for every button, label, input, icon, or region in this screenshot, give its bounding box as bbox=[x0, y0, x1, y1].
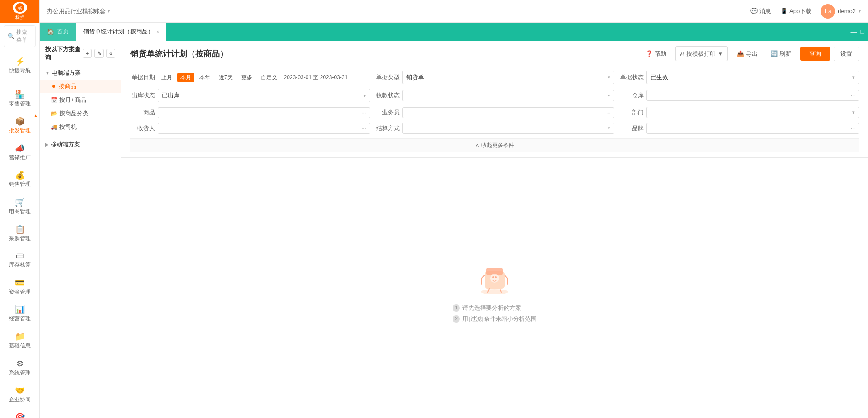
warehouse-input[interactable]: ··· bbox=[646, 90, 859, 101]
receiver-more-icon[interactable]: ··· bbox=[362, 126, 366, 131]
topbar-title-text: 办公用品行业模拟账套 bbox=[47, 7, 106, 15]
goods-more-icon[interactable]: ··· bbox=[362, 110, 366, 115]
date-tab-this-year[interactable]: 本年 bbox=[196, 73, 214, 82]
sidebar-item-operation[interactable]: 📊 经营管理 bbox=[0, 300, 39, 327]
collapse-bar[interactable]: ∧ 收起更多条件 bbox=[130, 138, 859, 152]
message-icon: 💬 bbox=[750, 8, 758, 14]
sidebar-item-enterprise[interactable]: 🤝 企业协同 bbox=[0, 381, 39, 408]
date-tab-7days[interactable]: 近7天 bbox=[215, 73, 236, 82]
sidebar-item-finance[interactable]: 💳 资金管理 bbox=[0, 273, 39, 300]
receiver-input[interactable]: ··· bbox=[158, 123, 370, 134]
message-btn[interactable]: 💬 消息 bbox=[750, 7, 771, 15]
tree-child-by-category[interactable]: 📂 按商品分类 bbox=[40, 107, 121, 120]
tab-sales-stats[interactable]: 销货单统计计划（按商品） × bbox=[76, 23, 166, 41]
goods-input[interactable]: ··· bbox=[158, 107, 370, 118]
doctype-select[interactable]: 销货单 ▾ bbox=[402, 71, 615, 84]
sidebar-item-system[interactable]: ⚙ 系统管理 bbox=[0, 354, 39, 381]
sidebar-item-wholesale[interactable]: 📦 批发管理 ▲ bbox=[0, 112, 39, 139]
filter-outstatus-cell: 出库状态 已出库 ▾ bbox=[130, 89, 370, 102]
topbar-dropdown-icon[interactable]: ▾ bbox=[108, 8, 110, 14]
payment-label: 结算方式 bbox=[375, 124, 400, 133]
tree-child-by-product[interactable]: 按商品 bbox=[40, 80, 121, 93]
sidebar-operation-label: 经营管理 bbox=[9, 315, 31, 323]
sub-arrow-icon: ▲ bbox=[34, 114, 38, 118]
page-actions: ❓ 帮助 🖨 按模板打印 ▾ 📤 导出 🔄 刷新 bbox=[642, 46, 859, 61]
payment-select[interactable]: ▾ bbox=[402, 123, 615, 134]
page-header: 销货单统计计划（按商品） ❓ 帮助 🖨 按模板打印 ▾ 📤 导出 bbox=[121, 41, 868, 65]
tab-home[interactable]: 🏠 首页 bbox=[40, 23, 76, 41]
sidebar-item-newbie[interactable]: 🎯 新手引导 bbox=[0, 408, 39, 418]
settings-button[interactable]: 设置 bbox=[834, 47, 859, 61]
tree-child-driver-label: 按司机 bbox=[59, 123, 77, 131]
warehouse-more-icon[interactable]: ··· bbox=[851, 93, 855, 98]
dept-select[interactable]: ▾ bbox=[646, 107, 859, 118]
enterprise-icon: 🤝 bbox=[15, 385, 25, 395]
docstatus-select[interactable]: 已生效 ▾ bbox=[646, 71, 859, 84]
sidebar-search-label: 搜索菜单 bbox=[16, 28, 32, 44]
window-maximize-btn[interactable]: □ bbox=[861, 28, 864, 35]
sidebar-item-ecommerce[interactable]: 🛒 电商管理 bbox=[0, 193, 39, 220]
collapse-label: ∧ 收起更多条件 bbox=[475, 142, 514, 148]
purchase-icon: 📋 bbox=[15, 224, 25, 234]
brand-input[interactable]: ··· bbox=[646, 123, 859, 134]
date-tab-last-month[interactable]: 上月 bbox=[158, 73, 176, 82]
tree-mobile-parent[interactable]: ▶ 移动端方案 bbox=[40, 138, 121, 151]
brand-more-icon[interactable]: ··· bbox=[851, 126, 855, 131]
tree-child-category-label: 按商品分类 bbox=[59, 109, 89, 118]
sidebar-search[interactable]: 🔍 搜索菜单 bbox=[4, 25, 36, 47]
sidebar-item-sales[interactable]: 💰 销售管理 bbox=[0, 166, 39, 193]
sidebar-item-basic[interactable]: 📁 基础信息 bbox=[0, 327, 39, 354]
filter-row-3: 商品 ··· 业务员 ··· 部门 bbox=[130, 107, 859, 118]
panel-collapse-btn[interactable]: « bbox=[106, 49, 115, 58]
date-filter-input: 上月 本月 本年 近7天 更多 自定义 2023-03-01 至 2023-03… bbox=[158, 73, 370, 82]
filter-receiver-cell: 收货人 ··· bbox=[130, 123, 370, 134]
sidebar-item-retail[interactable]: 🏪 零售管理 bbox=[0, 85, 39, 112]
filter-salesman-cell: 业务员 ··· bbox=[375, 107, 615, 118]
app-download-btn[interactable]: 📱 App下载 bbox=[780, 7, 811, 15]
tree-child-month-label: 按月+商品 bbox=[59, 96, 86, 104]
outstatus-select[interactable]: 已出库 ▾ bbox=[158, 89, 370, 102]
logo-icon: 畅 bbox=[13, 2, 27, 14]
window-minimize-btn[interactable]: — bbox=[851, 28, 857, 35]
retail-icon: 🏪 bbox=[15, 90, 25, 100]
tab-active-label: 销货单统计计划（按商品） bbox=[83, 28, 154, 36]
panel-edit-btn[interactable]: ✎ bbox=[94, 49, 104, 58]
date-tab-more[interactable]: 更多 bbox=[238, 73, 256, 82]
doctype-label: 单据类型 bbox=[375, 73, 400, 81]
system-icon: ⚙ bbox=[16, 359, 24, 369]
collapse-icon: « bbox=[109, 51, 112, 56]
sidebar-quick-nav[interactable]: ⚡ 快捷导航 bbox=[0, 52, 39, 79]
inventory-icon: 🗃 bbox=[16, 251, 24, 261]
filter-collectstatus-cell: 收款状态 ▾ bbox=[375, 90, 615, 101]
sidebar-item-marketing[interactable]: 📣 营销推广 bbox=[0, 139, 39, 166]
panel-add-btn[interactable]: + bbox=[83, 49, 92, 58]
right-panel: 销货单统计计划（按商品） ❓ 帮助 🖨 按模板打印 ▾ 📤 导出 bbox=[121, 41, 868, 418]
sidebar-item-purchase[interactable]: 📋 采购管理 bbox=[0, 220, 39, 247]
sidebar-item-inventory[interactable]: 🗃 库存核算 bbox=[0, 247, 39, 273]
print-dropdown-btn[interactable]: ▾ bbox=[717, 48, 724, 59]
tree-child-by-month-product[interactable]: 📅 按月+商品 bbox=[40, 93, 121, 107]
goods-label: 商品 bbox=[130, 109, 155, 117]
export-btn[interactable]: 📤 导出 bbox=[733, 48, 761, 60]
salesman-input[interactable]: ··· bbox=[402, 107, 615, 118]
salesman-more-icon[interactable]: ··· bbox=[606, 110, 610, 115]
refresh-btn[interactable]: 🔄 刷新 bbox=[767, 48, 795, 60]
collectstatus-select[interactable]: ▾ bbox=[402, 90, 615, 101]
tree-section: ▼ 电脑端方案 按商品 📅 按月+商品 📂 按商品分类 🚚 按司机 bbox=[40, 64, 121, 153]
date-tab-custom[interactable]: 自定义 bbox=[257, 73, 281, 82]
tree-pc-parent[interactable]: ▼ 电脑端方案 bbox=[40, 66, 121, 80]
tree-child-by-driver[interactable]: 🚚 按司机 bbox=[40, 120, 121, 134]
date-range-text: 2023-03-01 至 2023-03-31 bbox=[284, 74, 348, 81]
help-btn[interactable]: ❓ 帮助 bbox=[642, 48, 670, 60]
warehouse-label: 仓库 bbox=[619, 91, 644, 100]
query-button[interactable]: 查询 bbox=[800, 47, 830, 61]
message-label: 消息 bbox=[760, 7, 771, 15]
sidebar: 畅 标损 🔍 搜索菜单 ⚡ 快捷导航 🏪 零售管理 📦 批发管理 ▲ 📣 营销推… bbox=[0, 0, 40, 418]
tab-close-btn[interactable]: × bbox=[156, 29, 159, 34]
svg-point-2 bbox=[481, 289, 508, 294]
print-btn[interactable]: 🖨 按模板打印 ▾ bbox=[675, 46, 728, 61]
doctype-arrow-icon: ▾ bbox=[608, 75, 610, 81]
date-tab-this-month[interactable]: 本月 bbox=[177, 73, 194, 82]
print-icon: 🖨 bbox=[679, 50, 685, 57]
user-area[interactable]: Ea demo2 ▾ bbox=[821, 4, 861, 19]
